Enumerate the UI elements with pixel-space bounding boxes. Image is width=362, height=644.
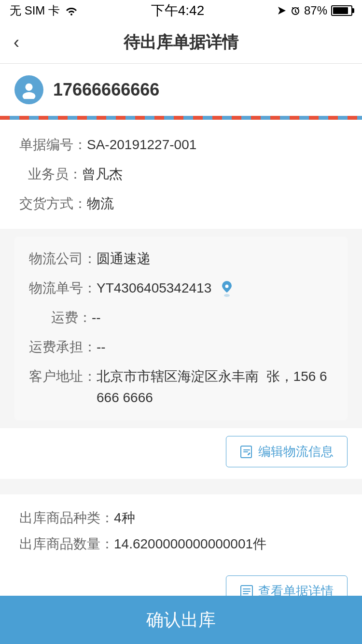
delivery-row: 交货方式： 物流	[19, 193, 343, 215]
order-info-section: 单据编号： SA-20191227-001 业务员： 曾凡杰 交货方式： 物流	[0, 120, 362, 229]
logistics-company-value: 圆通速递	[97, 248, 333, 270]
freight-row: 运费： --	[29, 307, 333, 329]
delivery-method-value: 物流	[87, 193, 343, 215]
back-button[interactable]: ‹	[14, 32, 19, 53]
svg-point-5	[225, 284, 229, 288]
status-time: 下午4:42	[151, 1, 205, 20]
avatar	[14, 75, 43, 104]
address-row: 客户地址： 北京市市辖区海淀区永丰南 张，156 6666 6666	[29, 366, 333, 409]
status-right: 87%	[277, 4, 352, 17]
page-title: 待出库单据详情	[124, 31, 238, 54]
dashed-divider	[0, 116, 362, 120]
freight-bearer-value: --	[97, 336, 333, 358]
customer-section: 17666666666	[0, 64, 362, 116]
goods-category-label: 出库商品种类：	[19, 509, 114, 527]
freight-value: --	[92, 307, 333, 329]
carrier-label: 无 SIM 卡	[10, 3, 60, 18]
customer-phone: 17666666666	[53, 80, 159, 100]
logistics-box: 物流公司： 圆通速递 物流单号： YT43064053424​13 运费： --…	[14, 237, 348, 420]
address-value: 北京市市辖区海淀区永丰南 张，156 6666 6666	[97, 366, 333, 409]
goods-category-value: 4种	[114, 509, 343, 527]
nav-bar: ‹ 待出库单据详情	[0, 21, 362, 64]
user-icon	[20, 81, 38, 99]
tracking-location-icon[interactable]	[218, 280, 236, 297]
svg-point-4	[224, 294, 230, 297]
delivery-method-label: 交货方式：	[19, 193, 87, 215]
goods-section: 出库商品种类： 4种 出库商品数量： 14.62000000000000​01件	[0, 494, 362, 568]
order-number-value: SA-20191227-001	[87, 134, 343, 156]
confirm-button-bar[interactable]: 确认出库	[0, 596, 362, 644]
freight-label: 运费：	[29, 307, 92, 329]
edit-logistics-button[interactable]: 编辑物流信息	[226, 436, 348, 467]
status-bar: 无 SIM 卡 下午4:42 87%	[0, 0, 362, 21]
order-number-label: 单据编号：	[19, 134, 87, 156]
location-arrow-icon	[277, 6, 287, 15]
address-label: 客户地址：	[29, 366, 97, 388]
alarm-icon	[291, 6, 300, 15]
goods-quantity-row: 出库商品数量： 14.62000000000000​01件	[19, 535, 343, 553]
tracking-row: 物流单号： YT43064053424​13	[29, 278, 333, 299]
battery-icon	[331, 5, 352, 16]
goods-quantity-label: 出库商品数量：	[19, 535, 114, 553]
goods-quantity-value: 14.62000000000000​01件	[114, 535, 343, 553]
confirm-button-label: 确认出库	[146, 608, 216, 632]
section-divider-1	[0, 479, 362, 487]
salesman-value: 曾凡杰	[82, 164, 343, 185]
logistics-company-row: 物流公司： 圆通速递	[29, 248, 333, 270]
freight-bearer-row: 运费承担： --	[29, 336, 333, 358]
logistics-company-label: 物流公司：	[29, 248, 97, 270]
freight-bearer-label: 运费承担：	[29, 336, 97, 358]
goods-category-row: 出库商品种类： 4种	[19, 509, 343, 527]
wifi-icon	[65, 6, 78, 15]
svg-point-2	[23, 92, 36, 99]
order-number-row: 单据编号： SA-20191227-001	[19, 134, 343, 156]
edit-btn-row: 编辑物流信息	[0, 428, 362, 479]
tracking-label: 物流单号：	[29, 278, 97, 299]
svg-point-1	[25, 84, 32, 91]
battery-percent: 87%	[304, 4, 327, 17]
salesman-row: 业务员： 曾凡杰	[19, 164, 343, 185]
tracking-value: YT43064053424​13	[97, 278, 333, 299]
edit-icon	[240, 445, 253, 459]
page-content: 17666666666 单据编号： SA-20191227-001 业务员： 曾…	[0, 64, 362, 644]
salesman-label: 业务员：	[19, 164, 82, 185]
status-left: 无 SIM 卡	[10, 3, 78, 18]
